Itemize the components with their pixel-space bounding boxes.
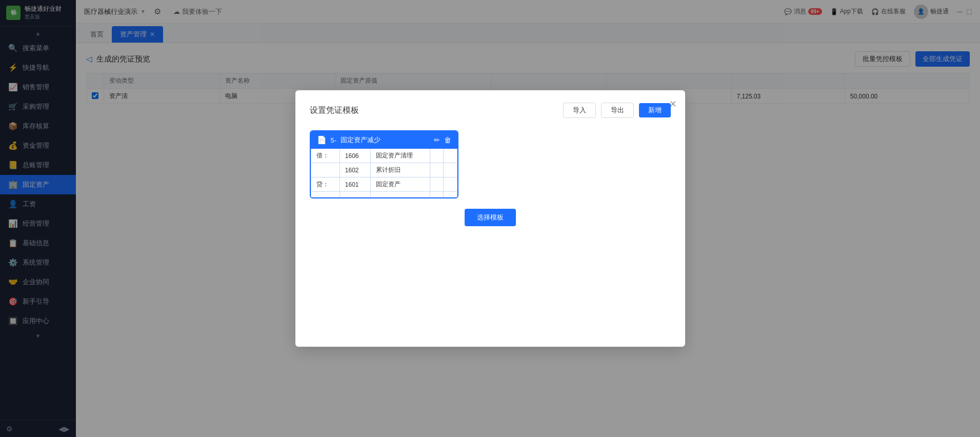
template-list: 📄 5- 固定资产减少 ✏ 🗑 借： 1606 固定资产清理 <box>310 130 671 198</box>
doc-icon: 📄 <box>317 135 327 145</box>
entry-side-3: 贷： <box>311 177 339 192</box>
entry-account-1: 固定资产清理 <box>370 149 430 163</box>
entry-code-2: 1602 <box>339 163 370 177</box>
delete-template-icon[interactable]: 🗑 <box>444 136 451 144</box>
template-entries-table: 借： 1606 固定资产清理 1602 累计折旧 <box>311 149 457 197</box>
entry-row-3: 贷： 1601 固定资产 <box>311 177 457 192</box>
entry-row-1: 借： 1606 固定资产清理 <box>311 149 457 163</box>
new-template-button[interactable]: 新增 <box>639 103 671 117</box>
entry-debit-4 <box>430 192 443 197</box>
template-id: 5- <box>331 136 337 144</box>
modal-overlay[interactable]: 设置凭证模板 导入 导出 新增 ✕ 📄 5- 固定资产减少 ✏ 🗑 <box>0 0 980 437</box>
template-card-title: 📄 5- 固定资产减少 <box>317 135 381 145</box>
import-button[interactable]: 导入 <box>563 103 596 118</box>
entry-side-2 <box>311 163 339 177</box>
entry-debit-2 <box>430 163 443 177</box>
template-card-body: 借： 1606 固定资产清理 1602 累计折旧 <box>311 149 457 197</box>
entry-account-3: 固定资产 <box>370 177 430 192</box>
entry-account-2: 累计折旧 <box>370 163 430 177</box>
entry-credit-2 <box>444 163 457 177</box>
export-button[interactable]: 导出 <box>601 103 634 118</box>
entry-row-2: 1602 累计折旧 <box>311 163 457 177</box>
template-name: 固定资产减少 <box>341 135 381 145</box>
entry-credit-3 <box>444 177 457 192</box>
voucher-template-modal: 设置凭证模板 导入 导出 新增 ✕ 📄 5- 固定资产减少 ✏ 🗑 <box>295 90 685 347</box>
edit-template-icon[interactable]: ✏ <box>434 136 440 144</box>
entry-account-4 <box>370 192 430 197</box>
entry-credit-4 <box>444 192 457 197</box>
template-card-actions: ✏ 🗑 <box>434 136 451 144</box>
entry-side-4 <box>311 192 339 197</box>
template-card: 📄 5- 固定资产减少 ✏ 🗑 借： 1606 固定资产清理 <box>310 130 458 198</box>
entry-code-1: 1606 <box>339 149 370 163</box>
entry-code-4 <box>339 192 370 197</box>
entry-side-1: 借： <box>311 149 339 163</box>
entry-debit-1 <box>430 149 443 163</box>
modal-close-button[interactable]: ✕ <box>669 98 677 110</box>
template-card-header: 📄 5- 固定资产减少 ✏ 🗑 <box>311 131 457 149</box>
entry-code-3: 1601 <box>339 177 370 192</box>
entry-credit-1 <box>444 149 457 163</box>
modal-header: 设置凭证模板 导入 导出 新增 <box>310 103 671 118</box>
modal-header-actions: 导入 导出 新增 <box>563 103 671 118</box>
modal-title: 设置凭证模板 <box>310 105 359 116</box>
entry-debit-3 <box>430 177 443 192</box>
select-template-button[interactable]: 选择模板 <box>465 209 516 226</box>
entry-row-4 <box>311 192 457 197</box>
